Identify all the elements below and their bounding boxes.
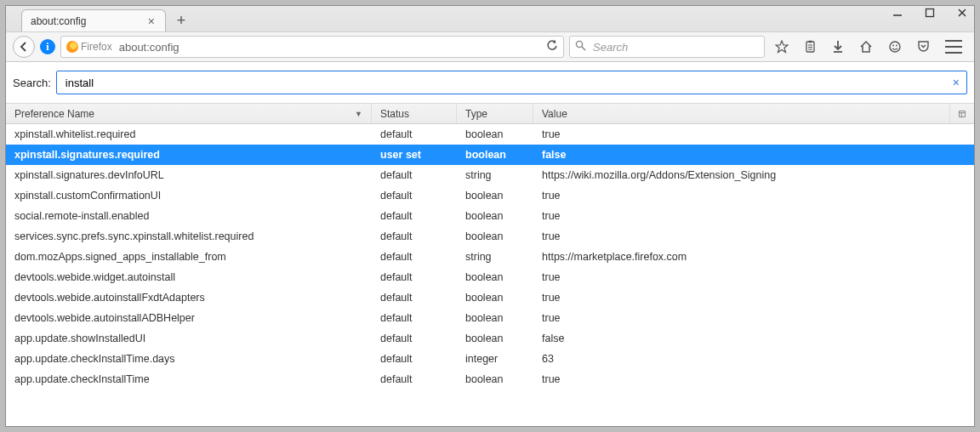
maximize-icon[interactable] [925, 8, 938, 18]
cell-type: integer [457, 353, 533, 365]
table-row[interactable]: devtools.webide.widget.autoinstalldefaul… [6, 267, 974, 287]
title-bar: about:config × + [6, 6, 974, 31]
cell-name: devtools.webide.widget.autoinstall [6, 271, 372, 283]
brand-chip: Firefox [66, 41, 112, 53]
cell-type: boolean [457, 333, 533, 344]
back-button[interactable] [13, 36, 35, 58]
cell-status: default [372, 230, 457, 242]
smiley-icon[interactable] [888, 40, 902, 54]
search-input[interactable] [591, 40, 759, 54]
svg-rect-7 [809, 41, 812, 43]
table-row[interactable]: xpinstall.customConfirmationUIdefaultboo… [6, 185, 974, 206]
cell-name: devtools.webide.autoinstallADBHelper [6, 312, 372, 324]
download-icon[interactable] [832, 40, 844, 54]
cell-value: false [533, 149, 950, 161]
brand-label: Firefox [81, 41, 112, 53]
identity-info-icon[interactable]: i [40, 39, 55, 54]
cell-status: default [372, 333, 457, 344]
cell-value: true [533, 312, 950, 324]
cell-type: string [457, 169, 533, 181]
cell-status: default [372, 169, 457, 181]
url-bar[interactable]: Firefox [60, 36, 564, 58]
table-row[interactable]: app.update.showInstalledUIdefaultboolean… [6, 328, 974, 349]
search-icon [575, 40, 586, 54]
table-header: Preference Name ▼ Status Type Value [6, 104, 974, 124]
new-tab-button[interactable]: + [171, 10, 191, 31]
cell-status: default [372, 271, 457, 283]
cell-name: xpinstall.signatures.required [6, 149, 372, 161]
search-bar[interactable] [569, 36, 765, 58]
cell-type: boolean [457, 292, 533, 304]
cell-status: default [372, 251, 457, 263]
config-search-input[interactable] [64, 76, 953, 90]
menu-button[interactable] [945, 40, 962, 54]
cell-status: default [372, 373, 457, 385]
toolbar-icons [770, 40, 967, 54]
svg-rect-15 [960, 111, 966, 117]
column-picker-icon[interactable] [950, 104, 974, 123]
about-config-content: Search: × Preference Name ▼ Status Type … [6, 62, 974, 426]
svg-line-5 [582, 47, 585, 50]
col-type[interactable]: Type [457, 104, 533, 123]
cell-value: true [533, 292, 950, 304]
table-row[interactable]: xpinstall.whitelist.requireddefaultboole… [6, 124, 974, 145]
table-row[interactable]: xpinstall.signatures.devInfoURLdefaultst… [6, 165, 974, 185]
cell-status: default [372, 312, 457, 324]
cell-type: string [457, 251, 533, 263]
clear-search-icon[interactable]: × [953, 76, 960, 89]
table-row[interactable]: app.update.checkInstallTimedefaultboolea… [6, 369, 974, 389]
cell-type: boolean [457, 190, 533, 202]
cell-status: default [372, 190, 457, 202]
table-row[interactable]: dom.mozApps.signed_apps_installable_from… [6, 247, 974, 267]
close-window-icon[interactable] [957, 8, 971, 18]
table-row[interactable]: xpinstall.signatures.requireduser setboo… [6, 145, 974, 165]
cell-name: app.update.checkInstallTime [6, 373, 372, 385]
cell-name: app.update.showInstalledUI [6, 333, 372, 344]
cell-value: false [533, 333, 950, 344]
col-preference-name[interactable]: Preference Name ▼ [6, 104, 372, 123]
clipboard-icon[interactable] [804, 40, 817, 54]
reload-icon[interactable] [546, 40, 558, 54]
pocket-icon[interactable] [917, 40, 930, 54]
table-row[interactable]: services.sync.prefs.sync.xpinstall.white… [6, 226, 974, 247]
close-tab-icon[interactable]: × [148, 15, 155, 27]
cell-value: https://wiki.mozilla.org/Addons/Extensio… [533, 169, 950, 181]
svg-point-12 [890, 42, 900, 52]
nav-toolbar: i Firefox [6, 31, 974, 62]
cell-value: true [533, 271, 950, 283]
tab-about-config[interactable]: about:config × [21, 9, 166, 31]
config-search-row: Search: × [6, 62, 974, 103]
svg-point-4 [576, 41, 582, 47]
home-icon[interactable] [859, 40, 873, 54]
minimize-icon[interactable] [892, 8, 906, 18]
table-row[interactable]: devtools.webide.autoinstallFxdtAdaptersd… [6, 287, 974, 308]
table-row[interactable]: devtools.webide.autoinstallADBHelperdefa… [6, 308, 974, 328]
cell-name: dom.mozApps.signed_apps_installable_from [6, 251, 372, 263]
firefox-icon [66, 41, 78, 53]
cell-name: xpinstall.signatures.devInfoURL [6, 169, 372, 181]
config-search-field[interactable]: × [56, 71, 967, 94]
col-status[interactable]: Status [372, 104, 457, 123]
cell-type: boolean [457, 271, 533, 283]
svg-point-14 [896, 45, 897, 47]
preferences-table[interactable]: Preference Name ▼ Status Type Value xpin… [6, 103, 974, 426]
config-search-label: Search: [13, 77, 51, 89]
cell-type: boolean [457, 230, 533, 242]
cell-status: user set [372, 149, 457, 161]
svg-point-13 [892, 45, 894, 47]
cell-value: true [533, 373, 950, 385]
table-row[interactable]: app.update.checkInstallTime.daysdefaulti… [6, 349, 974, 369]
cell-name: xpinstall.whitelist.required [6, 128, 372, 140]
table-row[interactable]: social.remote-install.enableddefaultbool… [6, 206, 974, 226]
cell-name: social.remote-install.enabled [6, 210, 372, 222]
star-icon[interactable] [775, 40, 789, 54]
cell-value: true [533, 128, 950, 140]
cell-status: default [372, 292, 457, 304]
window-controls [892, 8, 971, 18]
cell-name: services.sync.prefs.sync.xpinstall.white… [6, 230, 372, 242]
sort-indicator-icon: ▼ [355, 110, 362, 118]
cell-value: 63 [533, 353, 950, 365]
cell-type: boolean [457, 373, 533, 385]
col-value[interactable]: Value [533, 104, 950, 123]
url-input[interactable] [117, 40, 541, 54]
